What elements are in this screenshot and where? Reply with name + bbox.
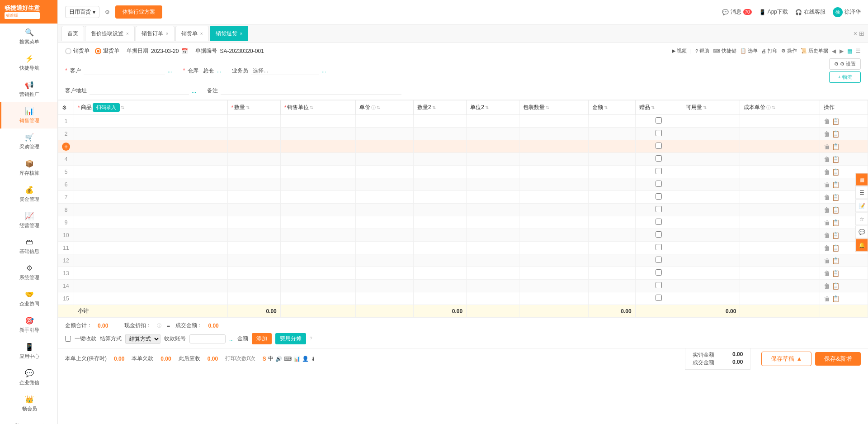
row11-copy-icon[interactable]: 📋 xyxy=(832,244,840,252)
online-service-item[interactable]: 🎧 在线客服 xyxy=(795,8,826,16)
video-btn[interactable]: ▶ 视频 xyxy=(672,48,687,54)
row1-qty[interactable] xyxy=(227,115,280,128)
row3-sale-unit[interactable] xyxy=(280,140,355,153)
salesperson-lookup-btn[interactable]: ... xyxy=(321,67,326,74)
row3-pack-qty[interactable] xyxy=(519,140,588,153)
sidebar-settings-icon[interactable]: ⚙ xyxy=(14,422,20,424)
row2-qty2[interactable] xyxy=(413,128,466,140)
shortcut-btn[interactable]: ⌨ 快捷键 xyxy=(713,48,736,54)
row2-delete-icon[interactable]: 🗑 xyxy=(824,130,830,138)
row11-delete-icon[interactable]: 🗑 xyxy=(824,244,830,252)
row3-available[interactable] xyxy=(682,140,740,153)
app-download-item[interactable]: 📱 App下载 xyxy=(759,8,788,16)
history-btn[interactable]: 📜 历史单据 xyxy=(801,48,828,54)
warehouse-lookup-btn[interactable]: ... xyxy=(217,67,221,74)
row8-copy-icon[interactable]: 📋 xyxy=(832,206,840,214)
row2-unit-price[interactable] xyxy=(355,128,413,140)
row11-gift-checkbox[interactable] xyxy=(656,244,662,250)
row6-gift-checkbox[interactable] xyxy=(656,181,662,187)
sort-gift-icon[interactable]: ⇅ xyxy=(651,105,655,110)
row2-available[interactable] xyxy=(682,128,740,140)
sidebar-item-inventory[interactable]: 📦 库存核算 xyxy=(0,155,57,181)
row3-delete-icon[interactable]: 🗑 xyxy=(824,143,830,150)
row9-gift-checkbox[interactable] xyxy=(656,219,662,225)
sidebar-item-operations[interactable]: 📈 经营管理 xyxy=(0,207,57,233)
sort-goods-icon[interactable]: ⇅ xyxy=(121,105,124,110)
note-input[interactable] xyxy=(221,86,401,95)
row6-copy-icon[interactable]: 📋 xyxy=(832,181,840,188)
row7-delete-icon[interactable]: 🗑 xyxy=(824,194,830,201)
row10-delete-icon[interactable]: 🗑 xyxy=(824,232,830,239)
sidebar-item-sales-mgmt[interactable]: 📊 销售管理 xyxy=(0,102,57,129)
right-float-note-btn[interactable]: 📝 xyxy=(855,199,868,212)
tab-sale-bill[interactable]: 销货单 × xyxy=(175,26,209,41)
row3-unit2[interactable] xyxy=(467,140,519,153)
row3-unit-price[interactable] xyxy=(355,140,413,153)
row7-copy-icon[interactable]: 📋 xyxy=(832,194,840,201)
message-item[interactable]: 💬 消息 70 xyxy=(722,8,752,16)
sidebar-item-finance[interactable]: 💰 资金管理 xyxy=(0,181,57,207)
row3-qty2[interactable] xyxy=(413,140,466,153)
sidebar-item-marketing[interactable]: 📢 营销推广 xyxy=(0,76,57,102)
row3-gift[interactable] xyxy=(635,140,682,153)
sidebar-item-basic-info[interactable]: 🗃 基础信息 xyxy=(0,233,57,259)
row3-cost-price[interactable] xyxy=(740,140,820,153)
save-draft-btn[interactable]: 保存草稿 ▲ xyxy=(761,352,811,366)
row2-cost-price[interactable] xyxy=(740,128,820,140)
row1-goods-input[interactable] xyxy=(78,118,224,124)
row14-copy-icon[interactable]: 📋 xyxy=(832,282,840,290)
row3-copy-icon[interactable]: 📋 xyxy=(832,143,840,150)
calendar-icon[interactable]: 📅 xyxy=(181,48,188,54)
row14-delete-icon[interactable]: 🗑 xyxy=(824,282,830,290)
radio-sale-bill[interactable]: 销货单 xyxy=(65,47,90,55)
save-new-btn[interactable]: 保存&新增 xyxy=(815,352,861,366)
row2-sale-unit[interactable] xyxy=(280,128,355,140)
add-payment-btn[interactable]: 添加 xyxy=(252,333,272,344)
row1-sale-unit[interactable] xyxy=(280,115,355,128)
row1-gift[interactable] xyxy=(635,115,682,128)
sort-available-icon[interactable]: ⇅ xyxy=(703,105,707,110)
row1-unit-price[interactable] xyxy=(355,115,413,128)
account-input[interactable] xyxy=(189,334,226,343)
sort-unit2-icon[interactable]: ⇅ xyxy=(485,105,489,110)
row1-gift-checkbox[interactable] xyxy=(656,117,662,124)
row4-delete-icon[interactable]: 🗑 xyxy=(824,156,830,163)
tab-sale-return[interactable]: 销货退货 × xyxy=(210,26,249,41)
row8-delete-icon[interactable]: 🗑 xyxy=(824,206,830,214)
row4-gift-checkbox[interactable] xyxy=(656,155,662,162)
right-float-bell-btn[interactable]: 🔔 xyxy=(855,238,868,251)
row2-qty[interactable] xyxy=(227,128,280,140)
right-float-star-btn[interactable]: ☆ xyxy=(855,212,868,225)
row6-delete-icon[interactable]: 🗑 xyxy=(824,181,830,188)
sort-qty2-icon[interactable]: ⇅ xyxy=(432,105,436,110)
sidebar-item-purchase-mgmt[interactable]: 🛒 采购管理 xyxy=(0,129,57,155)
tab-sale-order-close[interactable]: × xyxy=(166,31,169,36)
sidebar-item-new-guide[interactable]: 🎯 新手引导 xyxy=(0,312,57,338)
row2-gift[interactable] xyxy=(635,128,682,140)
row1-delete-icon[interactable]: 🗑 xyxy=(824,118,830,125)
expense-btn[interactable]: 费用分摊 xyxy=(275,333,306,344)
col-config-th[interactable]: ⚙ xyxy=(58,100,74,115)
experience-btn[interactable]: 体验行业方案 xyxy=(115,5,162,19)
row13-delete-icon[interactable]: 🗑 xyxy=(824,270,830,277)
row8-gift-checkbox[interactable] xyxy=(656,206,662,212)
sidebar-item-corp-wechat[interactable]: 💬 企业微信 xyxy=(0,364,57,391)
radio-return-bill[interactable]: 退货单 xyxy=(95,47,119,55)
sort-pack-qty-icon[interactable]: ⇅ xyxy=(546,105,549,110)
sidebar-item-search-menu[interactable]: 🔍 搜索菜单 xyxy=(0,24,57,50)
tab-expand-btn[interactable]: ⊞ xyxy=(859,30,864,37)
row9-copy-icon[interactable]: 📋 xyxy=(832,219,840,226)
row5-copy-icon[interactable]: 📋 xyxy=(832,168,840,176)
row12-copy-icon[interactable]: 📋 xyxy=(832,257,840,264)
select-btn[interactable]: 📋 选单 xyxy=(740,48,758,54)
sidebar-collapse-icon[interactable]: ◀ xyxy=(38,422,44,424)
tab-sale-order[interactable]: 销售订单 × xyxy=(136,26,175,41)
tab-sale-bill-close[interactable]: × xyxy=(200,31,203,36)
cash-discount-info-icon[interactable]: ⓘ xyxy=(157,323,161,329)
account-lookup-btn[interactable]: ... xyxy=(229,336,234,342)
right-float-msg-btn[interactable]: 💬 xyxy=(855,225,868,238)
row3-goods-input[interactable] xyxy=(78,143,224,150)
sort-sale-unit-icon[interactable]: ⇅ xyxy=(310,105,313,110)
industry-select[interactable]: 日用百货 ▾ xyxy=(65,6,99,18)
sort-unit-price-icon[interactable]: ⇅ xyxy=(377,105,380,110)
